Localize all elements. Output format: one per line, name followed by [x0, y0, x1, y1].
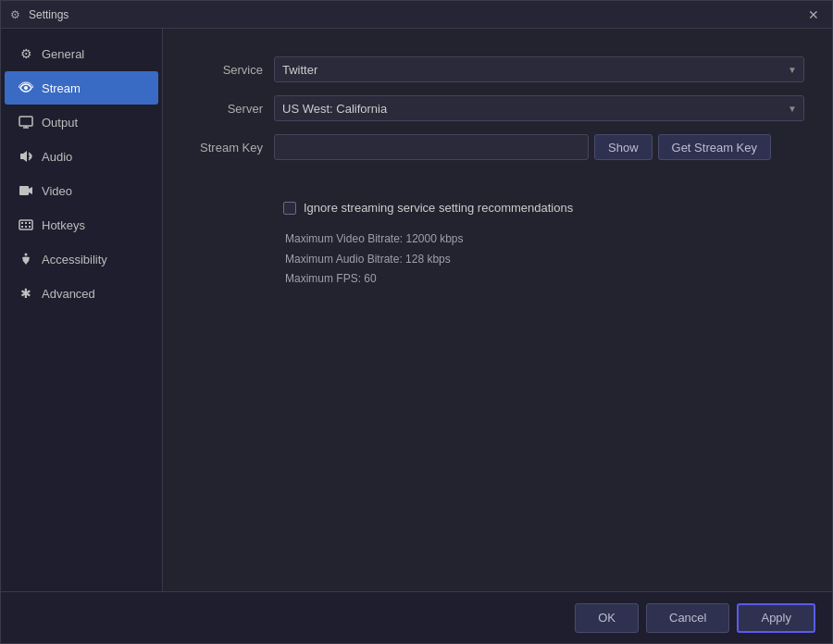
sidebar-label-advanced: Advanced [42, 287, 95, 301]
stream-key-row: Stream Key Show Get Stream Key [191, 134, 804, 160]
server-select[interactable]: US West: California [274, 95, 804, 121]
info-line-3: Maximum FPS: 60 [285, 269, 804, 290]
sidebar-label-video: Video [42, 184, 72, 198]
sidebar-item-video[interactable]: Video [5, 174, 158, 207]
show-button[interactable]: Show [594, 134, 653, 160]
ok-button[interactable]: OK [575, 603, 639, 633]
advanced-icon: ✱ [18, 285, 34, 302]
svg-rect-9 [29, 222, 31, 224]
info-line-1: Maximum Video Bitrate: 12000 kbps [285, 229, 804, 250]
service-row: Service Twitter ▼ [191, 56, 804, 82]
svg-rect-11 [25, 226, 27, 228]
svg-rect-1 [19, 117, 32, 126]
info-block: Maximum Video Bitrate: 12000 kbps Maximu… [285, 229, 804, 290]
cancel-button[interactable]: Cancel [646, 603, 729, 633]
service-wrapper: Twitter ▼ [274, 56, 804, 82]
checkbox-section: Ignore streaming service setting recomme… [283, 201, 804, 290]
svg-point-0 [24, 86, 28, 90]
service-select[interactable]: Twitter [274, 56, 804, 82]
accessibility-icon [18, 251, 34, 267]
svg-rect-4 [19, 186, 29, 195]
server-wrapper: US West: California ▼ [274, 95, 804, 121]
svg-rect-12 [29, 226, 31, 228]
sidebar-label-hotkeys: Hotkeys [42, 218, 85, 232]
sidebar: ⚙ General Stream [1, 29, 163, 591]
sidebar-label-accessibility: Accessibility [42, 253, 107, 266]
stream-key-label: Stream Key [191, 141, 274, 155]
sidebar-item-advanced[interactable]: ✱ Advanced [5, 277, 158, 310]
server-row: Server US West: California ▼ [191, 95, 804, 121]
close-button[interactable]: ✕ [804, 6, 823, 24]
sidebar-item-output[interactable]: Output [5, 105, 158, 139]
svg-point-13 [25, 254, 28, 256]
get-stream-key-button[interactable]: Get Stream Key [658, 134, 771, 160]
titlebar: ⚙ Settings ✕ [1, 1, 832, 29]
service-label: Service [191, 63, 274, 77]
sidebar-item-audio[interactable]: Audio [5, 140, 158, 173]
sidebar-item-hotkeys[interactable]: Hotkeys [5, 208, 158, 242]
main-panel: Service Twitter ▼ Server US West: Califo… [163, 29, 832, 591]
sidebar-item-accessibility[interactable]: Accessibility [5, 242, 158, 276]
svg-marker-5 [29, 187, 32, 194]
svg-rect-8 [25, 222, 27, 224]
server-label: Server [191, 102, 274, 116]
settings-icon: ⚙ [10, 8, 23, 21]
output-icon [18, 114, 34, 130]
sidebar-label-audio: Audio [42, 150, 72, 164]
sidebar-label-stream: Stream [42, 81, 81, 95]
ignore-recommendations-row: Ignore streaming service setting recomme… [283, 201, 804, 215]
audio-icon [18, 148, 34, 165]
stream-key-input[interactable] [274, 134, 589, 160]
stream-icon [18, 80, 34, 96]
sidebar-label-general: General [42, 47, 84, 61]
svg-rect-6 [19, 220, 32, 229]
gear-icon: ⚙ [18, 45, 34, 62]
svg-rect-7 [21, 222, 23, 224]
info-line-2: Maximum Audio Bitrate: 128 kbps [285, 250, 804, 270]
ignore-recommendations-label: Ignore streaming service setting recomme… [304, 201, 573, 215]
video-icon [18, 182, 34, 199]
sidebar-item-general[interactable]: ⚙ General [5, 37, 158, 70]
apply-button[interactable]: Apply [737, 603, 815, 633]
sidebar-label-output: Output [42, 116, 78, 130]
settings-window: ⚙ Settings ✕ ⚙ General Stream [0, 0, 833, 644]
svg-rect-10 [21, 226, 23, 228]
ignore-recommendations-checkbox[interactable] [283, 202, 296, 215]
hotkeys-icon [18, 217, 34, 233]
sidebar-item-stream[interactable]: Stream [5, 71, 158, 105]
bottom-bar: OK Cancel Apply [1, 591, 832, 643]
window-title: Settings [29, 8, 804, 21]
stream-key-controls: Show Get Stream Key [274, 134, 771, 160]
content-area: ⚙ General Stream [1, 29, 832, 591]
